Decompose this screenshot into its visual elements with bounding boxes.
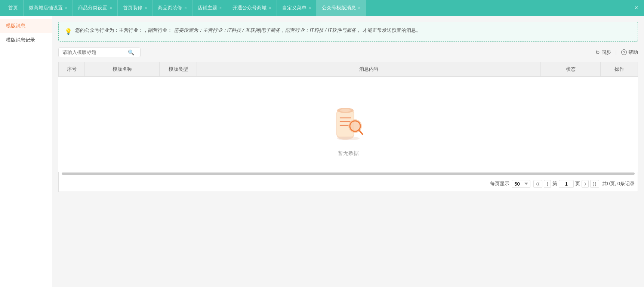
sidebar: 模版消息 模版消息记录: [0, 16, 52, 287]
scrollbar-track[interactable]: [62, 172, 635, 175]
tab-wshop[interactable]: 微商城店铺设置 ×: [24, 0, 73, 16]
help-icon: ?: [621, 49, 627, 55]
toolbar: 🔍 ↻ 同步 | ? 帮助: [58, 48, 638, 57]
tab-open-mall[interactable]: 开通公众号商城 ×: [227, 0, 277, 16]
empty-text: 暂无数据: [338, 150, 359, 157]
first-page-button[interactable]: ⟨⟨: [533, 180, 542, 188]
svg-point-11: [337, 137, 360, 140]
data-table: 序号 模版名称 模版类型 消息内容 状态 操作: [58, 62, 638, 172]
toolbar-right: ↻ 同步 | ? 帮助: [595, 49, 638, 56]
help-button[interactable]: ? 帮助: [621, 49, 638, 56]
tab-shop-theme-label: 店铺主题: [198, 4, 217, 11]
th-action: 操作: [601, 62, 638, 76]
notice-highlight: 需要设置为：主营行业：IT科技 / 互联网|电子商务，副营行业：IT科技 / I…: [174, 27, 361, 33]
toolbar-divider: |: [616, 49, 617, 55]
topbar: 首页 微商城店铺设置 × 商品分类设置 × 首页装修 × 商品页装修 × 店铺主…: [0, 0, 644, 16]
total-info: 共0页, 0条记录: [602, 180, 635, 187]
page-size-dropdown[interactable]: 50 10 20 100: [512, 180, 530, 188]
page-size-label: 每页显示: [490, 180, 509, 187]
notice-banner: 💡 您的公众号行业为：主营行业：，副营行业： 需要设置为：主营行业：IT科技 /…: [58, 22, 638, 42]
tab-product-cat[interactable]: 商品分类设置 ×: [73, 0, 117, 16]
tab-wshop-label: 微商城店铺设置: [29, 4, 63, 11]
notice-icon: 💡: [65, 27, 72, 37]
sync-icon: ↻: [595, 49, 600, 55]
tab-shop-theme[interactable]: 店铺主题 ×: [192, 0, 227, 16]
tab-home-deco-label: 首页装修: [123, 4, 142, 11]
tab-product-deco[interactable]: 商品页装修 ×: [152, 0, 192, 16]
page-nav: ⟨⟨ ⟨ 第 页 ⟩ ⟩⟩: [533, 180, 599, 188]
svg-point-10: [340, 109, 351, 112]
notice-text-suffix: 才能正常发送预置的消息。: [363, 27, 421, 33]
close-open-mall-icon[interactable]: ×: [269, 6, 271, 10]
close-shop-theme-icon[interactable]: ×: [219, 6, 222, 10]
tab-open-mall-label: 开通公众号商城: [232, 4, 266, 11]
tab-template-msg-label: 公众号模版消息: [322, 4, 356, 11]
close-all-tabs-button[interactable]: ×: [632, 4, 641, 11]
empty-illustration: [326, 99, 371, 144]
tab-home-label: 首页: [8, 4, 18, 11]
page-number-input[interactable]: [559, 180, 574, 188]
tab-product-deco-label: 商品页装修: [158, 4, 182, 11]
close-product-cat-icon[interactable]: ×: [110, 6, 112, 10]
svg-line-8: [359, 130, 363, 134]
sidebar-item-template-msg-record[interactable]: 模版消息记录: [0, 33, 52, 47]
close-custom-menu-icon[interactable]: ×: [309, 6, 311, 10]
help-label: 帮助: [628, 49, 638, 56]
page-label: 第: [552, 180, 557, 187]
notice-text: 您的公众号行业为：主营行业：，副营行业： 需要设置为：主营行业：IT科技 / 互…: [75, 27, 421, 34]
tab-home[interactable]: 首页: [3, 0, 24, 16]
close-wshop-icon[interactable]: ×: [65, 6, 67, 10]
tab-custom-menu-label: 自定义菜单: [282, 4, 306, 11]
sync-button[interactable]: ↻ 同步: [595, 49, 611, 56]
tab-home-deco[interactable]: 首页装修 ×: [118, 0, 152, 16]
page-size-select: 每页显示 50 10 20 100: [490, 180, 530, 188]
tab-product-cat-label: 商品分类设置: [78, 4, 107, 11]
table-header-row: 序号 模版名称 模版类型 消息内容 状态 操作: [59, 62, 638, 76]
next-page-button[interactable]: ⟩: [582, 180, 589, 188]
close-product-deco-icon[interactable]: ×: [184, 6, 187, 10]
tab-custom-menu[interactable]: 自定义菜单 ×: [277, 0, 317, 16]
pagination: 每页显示 50 10 20 100 ⟨⟨ ⟨ 第 页 ⟩ ⟩⟩ 共0页, 0条记…: [58, 176, 638, 192]
search-icon[interactable]: 🔍: [128, 49, 134, 55]
tab-template-msg[interactable]: 公众号模版消息 ×: [317, 0, 366, 16]
notice-text-prefix: 您的公众号行业为：主营行业：，副营行业：: [75, 27, 172, 33]
th-type: 模版类型: [160, 62, 197, 76]
main-layout: 模版消息 模版消息记录 💡 您的公众号行业为：主营行业：，副营行业： 需要设置为…: [0, 16, 644, 287]
scrollbar-area: [58, 172, 638, 176]
th-name: 模版名称: [85, 62, 160, 76]
close-template-msg-icon[interactable]: ×: [358, 6, 360, 10]
empty-state: 暂无数据: [59, 77, 638, 172]
last-page-button[interactable]: ⟩⟩: [590, 180, 599, 188]
content-area: 💡 您的公众号行业为：主营行业：，副营行业： 需要设置为：主营行业：IT科技 /…: [52, 16, 644, 287]
sidebar-item-template-msg[interactable]: 模版消息: [0, 19, 52, 33]
close-home-deco-icon[interactable]: ×: [145, 6, 147, 10]
prev-page-button[interactable]: ⟨: [544, 180, 551, 188]
th-content: 消息内容: [197, 62, 541, 76]
sync-label: 同步: [601, 49, 611, 56]
page-suffix: 页: [575, 180, 580, 187]
th-status: 状态: [541, 62, 601, 76]
sidebar-item-template-msg-record-label: 模版消息记录: [6, 37, 35, 43]
th-seq: 序号: [59, 62, 85, 76]
search-input[interactable]: [62, 49, 128, 55]
search-box: 🔍: [58, 48, 141, 57]
sidebar-item-template-msg-label: 模版消息: [6, 23, 25, 28]
